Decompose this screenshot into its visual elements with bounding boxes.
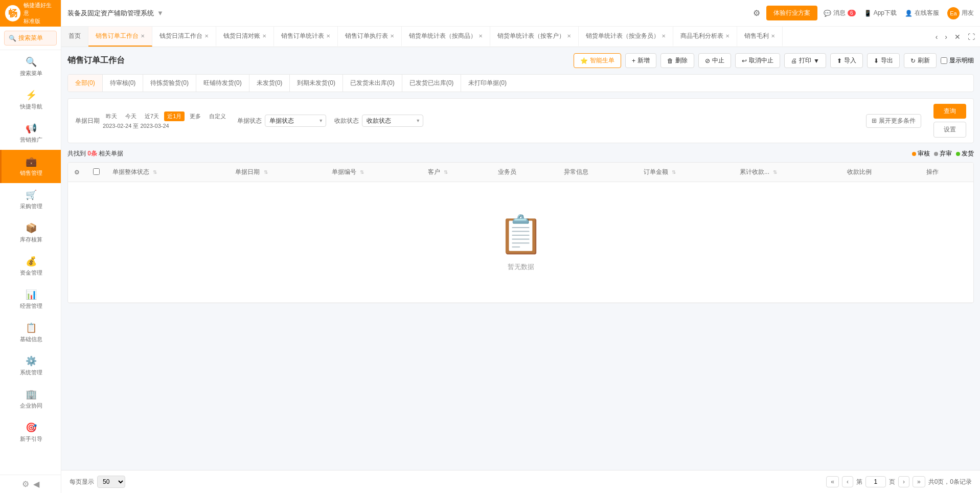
page-size-select[interactable]: 50 10 20 100 <box>97 476 125 488</box>
tab-close-sales-exec[interactable]: ✕ <box>390 33 394 39</box>
print-dropdown-icon[interactable]: ▼ <box>813 57 819 64</box>
tab-cash-daily[interactable]: 钱货日清工作台✕ <box>152 27 216 47</box>
filter-tab-pending[interactable]: 待审核(0) <box>103 75 144 92</box>
online-service-action[interactable]: 👤 在线客服 <box>905 9 939 17</box>
app-download-action[interactable]: 📱 App下载 <box>864 9 897 17</box>
add-btn[interactable]: + 新增 <box>625 53 656 68</box>
date-quick-today[interactable]: 今天 <box>122 111 140 121</box>
sidebar-item-finance[interactable]: 💰资金管理 <box>0 250 61 283</box>
delete-btn[interactable]: 🗑 删除 <box>660 53 694 68</box>
sidebar-item-enterprise[interactable]: 🏢企业协同 <box>0 383 61 416</box>
sidebar-item-quick[interactable]: ⚡快捷导航 <box>0 83 61 117</box>
sidebar-item-inventory[interactable]: 📦库存核算 <box>0 216 61 250</box>
quick-icon: ⚡ <box>26 89 37 101</box>
tab-fullscreen[interactable]: ⛶ <box>965 31 978 43</box>
messages-action[interactable]: 💬 消息 6 <box>824 9 856 17</box>
date-quick-more[interactable]: 更多 <box>187 111 204 121</box>
tab-close-sales-profit[interactable]: ✕ <box>771 33 775 39</box>
tab-close-margin-analysis[interactable]: ✕ <box>725 33 730 39</box>
tab-home[interactable]: 首页 <box>61 27 88 47</box>
page-number-input[interactable] <box>865 476 886 487</box>
tab-close-sales-workbench[interactable]: ✕ <box>141 33 145 39</box>
settings-icon[interactable]: ⚙ <box>753 8 760 18</box>
import-btn[interactable]: ⬆ 导入 <box>830 53 863 68</box>
print-btn[interactable]: 🖨 打印 ▼ <box>784 53 826 68</box>
sidebar-item-guide[interactable]: 🎯新手引导 <box>0 416 61 449</box>
ship-link[interactable]: 发货 <box>956 149 974 158</box>
revoke-dot <box>934 152 938 156</box>
next-page-btn[interactable]: › <box>898 476 909 487</box>
filter-tab-not-printed[interactable]: 未打印单据(0) <box>461 75 514 92</box>
filter-tab-expired-ship[interactable]: 到期未发货(0) <box>290 75 343 92</box>
sidebar-item-purchase[interactable]: 🛒采购管理 <box>0 183 61 216</box>
search-menu-button[interactable]: 🔍 搜索菜单 <box>4 31 57 46</box>
th-date[interactable]: 单据日期 ⇅ <box>229 163 325 182</box>
filter-tab-shipped-out[interactable]: 已发货已出库(0) <box>402 75 462 92</box>
smart-create-btn[interactable]: ⭐ 智能生单 <box>574 53 621 68</box>
sidebar-item-basic[interactable]: 📋基础信息 <box>0 316 61 349</box>
status-select[interactable]: 单据状态 <box>265 115 326 127</box>
collapse-icon[interactable]: ◀ <box>33 479 39 489</box>
last-page-btn[interactable]: » <box>913 476 925 487</box>
th-amount[interactable]: 订单金额 ⇅ <box>637 163 734 182</box>
filter-tab-wangpu-pending[interactable]: 旺铺待发货(0) <box>196 75 249 92</box>
revoke-link[interactable]: 弃审 <box>934 149 952 158</box>
tab-close-sales-stats[interactable]: ✕ <box>326 33 330 39</box>
sidebar-search[interactable]: 🔍 搜索菜单 <box>0 27 61 50</box>
show-detail-checkbox[interactable] <box>941 57 947 64</box>
sidebar-item-marketing[interactable]: 📢营销推广 <box>0 117 61 150</box>
tab-sales-exec[interactable]: 销售订单执行表✕ <box>338 27 402 47</box>
filter-tab-pending-inspect[interactable]: 待拣货验货(0) <box>143 75 196 92</box>
settings-bottom-icon[interactable]: ⚙ <box>22 479 29 489</box>
th-customer[interactable]: 客户 ⇅ <box>422 163 492 182</box>
tab-sales-summary-customer[interactable]: 销货单统计表（按客户）✕ <box>490 27 579 47</box>
tab-close-sales-summary-staff[interactable]: ✕ <box>662 33 666 39</box>
tab-close-sales-summary-product[interactable]: ✕ <box>478 33 483 39</box>
payment-select[interactable]: 收款状态 <box>362 115 423 127</box>
audit-link[interactable]: 审核 <box>912 149 930 158</box>
filter-tab-shipped-not-out[interactable]: 已发货未出库(0) <box>343 75 402 92</box>
select-all-checkbox[interactable] <box>93 168 100 175</box>
tab-sales-summary-product[interactable]: 销货单统计表（按商品）✕ <box>402 27 490 47</box>
sidebar-item-search[interactable]: 🔍搜索菜单 <box>0 50 61 83</box>
tab-sales-summary-staff[interactable]: 销货单统计表（按业务员）✕ <box>579 27 673 47</box>
first-page-btn[interactable]: « <box>826 476 839 487</box>
date-quick-custom[interactable]: 自定义 <box>206 111 229 121</box>
query-btn[interactable]: 查询 <box>933 104 966 119</box>
th-collected[interactable]: 累计收款... ⇅ <box>734 163 841 182</box>
tab-close-cash-daily[interactable]: ✕ <box>204 33 209 39</box>
stop-btn[interactable]: ⊘ 中止 <box>698 53 731 68</box>
th-settings[interactable]: ⚙ <box>68 163 86 182</box>
date-quick-1month[interactable]: 近1月 <box>164 111 185 121</box>
tab-margin-analysis[interactable]: 商品毛利分析表✕ <box>673 27 737 47</box>
tab-scroll-right[interactable]: › <box>942 31 950 43</box>
export-btn[interactable]: ⬇ 导出 <box>867 53 900 68</box>
user-menu[interactable]: Ea 用友 <box>947 7 974 19</box>
dropdown-icon[interactable]: ▼ <box>157 9 164 17</box>
sidebar-item-operations[interactable]: 📊经营管理 <box>0 283 61 316</box>
cancel-stop-btn[interactable]: ↩ 取消中止 <box>735 53 780 68</box>
sidebar-item-sales[interactable]: 💼销售管理 <box>0 150 61 183</box>
tab-sales-profit[interactable]: 销售毛利✕ <box>737 27 783 47</box>
expand-btn[interactable]: ⊞ 展开更多条件 <box>866 114 921 128</box>
tab-close-all[interactable]: ✕ <box>951 31 964 43</box>
date-quick-7days[interactable]: 近7天 <box>142 111 162 121</box>
set-btn[interactable]: 设置 <box>933 122 966 138</box>
tab-sales-workbench[interactable]: 销售订单工作台✕ <box>88 27 152 47</box>
tab-close-cash-reconcile[interactable]: ✕ <box>262 33 266 39</box>
sidebar-item-system[interactable]: ⚙️系统管理 <box>0 349 61 383</box>
date-quick-yesterday[interactable]: 昨天 <box>103 111 120 121</box>
tab-sales-stats[interactable]: 销售订单统计表✕ <box>274 27 338 47</box>
finance-icon: 💰 <box>26 256 37 267</box>
industry-btn[interactable]: 体验行业方案 <box>766 6 817 20</box>
th-checkbox[interactable] <box>86 163 106 182</box>
show-detail-toggle[interactable]: 显示明细 <box>941 56 974 65</box>
th-number[interactable]: 单据编号 ⇅ <box>326 163 422 182</box>
refresh-btn[interactable]: ↻ 刷新 <box>904 53 937 68</box>
tab-scroll-left[interactable]: ‹ <box>932 31 941 43</box>
tab-cash-reconcile[interactable]: 钱货日清对账✕ <box>216 27 274 47</box>
tab-close-sales-summary-customer[interactable]: ✕ <box>567 33 571 39</box>
filter-tab-all[interactable]: 全部(0) <box>68 75 103 92</box>
prev-page-btn[interactable]: ‹ <box>842 476 853 487</box>
filter-tab-not-shipped[interactable]: 未发货(0) <box>249 75 290 92</box>
